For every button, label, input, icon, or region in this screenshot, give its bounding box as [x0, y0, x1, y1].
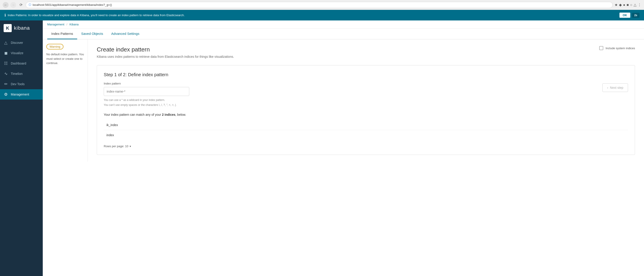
kibana-logo-icon: K: [4, 24, 12, 32]
step-form-left: Step 1 of 2: Define index pattern Index …: [104, 72, 189, 107]
notification-timer: 2s: [632, 13, 640, 18]
browser-chrome: ← → ⟳ ⓘ localhost:5601/app/kibana#/manag…: [0, 0, 644, 10]
bookmark-icon[interactable]: ★: [614, 3, 618, 7]
rows-per-page-label: Rows per page: 10: [104, 145, 128, 148]
index-name-2: index: [104, 130, 628, 140]
dashboard-icon: ☷: [4, 61, 8, 66]
tab-saved-objects[interactable]: Saved Objects: [77, 28, 107, 39]
warning-panel: Warning No default index pattern. You mu…: [43, 39, 88, 162]
tab-index-patterns[interactable]: Index Patterns: [47, 28, 77, 39]
address-secure-icon: ⓘ: [28, 3, 31, 7]
forward-button[interactable]: →: [10, 2, 16, 8]
next-step-button[interactable]: › Next step: [602, 83, 628, 92]
breadcrumb-kibana[interactable]: Kibana: [70, 23, 78, 26]
match-text: Your index pattern can match any of your…: [104, 113, 628, 116]
warning-text: No default index pattern. You must selec…: [46, 52, 84, 65]
extension2-icon[interactable]: ●: [623, 3, 625, 7]
field-hint-line1: You can use a * as a wildcard in your in…: [104, 98, 189, 103]
include-system-indices-checkbox[interactable]: [599, 46, 603, 50]
rows-dropdown-icon: ▾: [130, 145, 131, 148]
notification-message: Index Patterns: In order to visualize an…: [8, 13, 185, 17]
address-text: localhost:5601/app/kibana#/management/ki…: [33, 3, 112, 6]
devtools-icon: ✏: [4, 82, 8, 86]
address-bar[interactable]: ⓘ localhost:5601/app/kibana#/management/…: [26, 2, 613, 8]
notification-ok-button[interactable]: OK: [620, 12, 630, 18]
sidebar-item-label-devtools: Dev Tools: [11, 82, 24, 86]
table-row: index: [104, 130, 628, 140]
sidebar-item-label-visualize: Visualize: [11, 51, 24, 55]
table-row: ik_index: [104, 120, 628, 130]
form-title: Create index pattern: [97, 46, 234, 53]
index-name-1: ik_index: [104, 120, 628, 130]
notification-bar: ℹ Index Patterns: In order to visualize …: [0, 10, 644, 20]
notification-bar-left: ℹ Index Patterns: In order to visualize …: [4, 13, 185, 17]
sidebar-logo[interactable]: K kibana: [0, 20, 43, 36]
notification-info-icon: ℹ: [4, 13, 6, 17]
sidebar-item-label-dashboard: Dashboard: [11, 62, 26, 65]
index-pattern-input[interactable]: [104, 87, 189, 96]
next-step-area: › Next step: [602, 72, 628, 92]
extension5-icon[interactable]: △: [634, 3, 636, 7]
extension1-icon[interactable]: ◆: [619, 3, 622, 7]
rows-per-page[interactable]: Rows per page: 10 ▾: [104, 145, 628, 148]
tab-advanced-settings[interactable]: Advanced Settings: [107, 28, 143, 39]
timelion-icon: ∿: [4, 71, 8, 76]
form-subtitle: Kibana uses index patterns to retrieve d…: [97, 55, 234, 58]
kibana-logo-text: kibana: [14, 25, 30, 31]
step-title: Step 1 of 2: Define index pattern: [104, 72, 189, 77]
form-header: Create index pattern Kibana uses index p…: [97, 46, 635, 58]
sidebar-item-label-management: Management: [11, 93, 29, 96]
sidebar-item-label-timelion: Timelion: [11, 72, 22, 75]
breadcrumb: Management / Kibana: [43, 20, 644, 28]
notification-right: OK 2s: [620, 12, 640, 18]
breadcrumb-management[interactable]: Management: [47, 23, 64, 26]
field-hints: You can use a * as a wildcard in your in…: [104, 98, 189, 107]
sidebar-item-timelion[interactable]: ∿ Timelion: [0, 68, 43, 79]
include-system-indices-label: Include system indices: [606, 46, 635, 50]
sidebar-nav: △ Discover ◼ Visualize ☷ Dashboard ∿ Tim…: [0, 36, 43, 276]
field-label: Index pattern: [104, 82, 189, 85]
include-system-indices-toggle[interactable]: Include system indices: [599, 46, 635, 50]
tabs: Index Patterns Saved Objects Advanced Se…: [43, 28, 644, 39]
match-count: 2 indices: [162, 113, 176, 116]
step-card: Step 1 of 2: Define index pattern Index …: [97, 65, 635, 155]
page-content: Warning No default index pattern. You mu…: [43, 39, 644, 162]
browser-actions: ★ ◆ ● ■ ○ △ ⋮: [614, 3, 641, 7]
breadcrumb-separator: /: [66, 23, 68, 26]
sidebar-item-management[interactable]: ⚙ Management: [0, 89, 43, 100]
indices-table: ik_index index: [104, 120, 628, 140]
extension3-icon[interactable]: ■: [627, 3, 629, 7]
sidebar-item-devtools[interactable]: ✏ Dev Tools: [0, 79, 43, 89]
extension4-icon[interactable]: ○: [630, 3, 632, 7]
form-area: Create index pattern Kibana uses index p…: [88, 39, 644, 162]
next-step-label: Next step: [610, 86, 623, 89]
menu-icon[interactable]: ⋮: [638, 3, 641, 7]
warning-badge: Warning: [46, 44, 64, 49]
sidebar: K kibana △ Discover ◼ Visualize ☷ Dashbo…: [0, 20, 43, 276]
sidebar-item-discover[interactable]: △ Discover: [0, 37, 43, 48]
discover-icon: △: [4, 40, 8, 45]
management-icon: ⚙: [4, 92, 8, 97]
refresh-button[interactable]: ⟳: [18, 2, 24, 8]
sidebar-item-label-discover: Discover: [11, 41, 23, 44]
sidebar-item-dashboard[interactable]: ☷ Dashboard: [0, 58, 43, 68]
form-header-left: Create index pattern Kibana uses index p…: [97, 46, 234, 58]
content-area: Management / Kibana Index Patterns Saved…: [43, 20, 644, 276]
visualize-icon: ◼: [4, 50, 8, 55]
back-button[interactable]: ←: [3, 2, 8, 8]
field-hint-line2: You can't use empty spaces or the charac…: [104, 103, 189, 108]
next-step-icon: ›: [607, 86, 608, 89]
sidebar-item-visualize[interactable]: ◼ Visualize: [0, 48, 43, 58]
